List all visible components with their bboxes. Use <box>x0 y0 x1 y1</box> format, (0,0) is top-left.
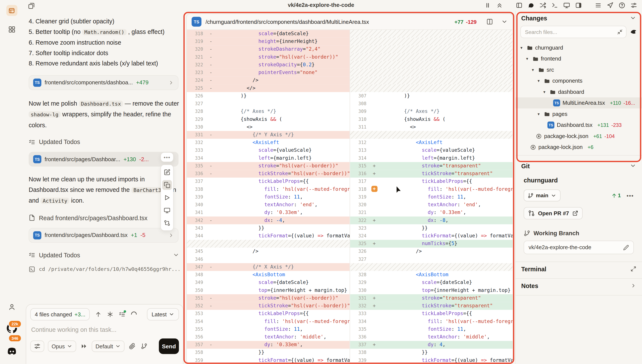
chevron-right-icon[interactable] <box>630 283 636 289</box>
terminal-icon[interactable] <box>552 2 558 9</box>
tree-folder-components[interactable]: ▾components <box>515 75 642 86</box>
monitor-icon[interactable] <box>162 206 172 215</box>
read-file-row[interactable]: Read frontend/src/pages/Dashboard.tsx <box>29 214 179 221</box>
add-comment-button[interactable]: + <box>371 186 377 192</box>
monitor-icon[interactable] <box>563 2 570 9</box>
search-box[interactable] <box>520 26 626 38</box>
latest-select[interactable]: Latest <box>147 308 179 320</box>
git-branch-button[interactable] <box>140 343 148 350</box>
file-chip-components-dashboard[interactable]: TS frontend/src/components/dashboa... +4… <box>29 75 178 90</box>
diff-row: 309 {/* Axes */} <box>350 108 513 116</box>
tree-file-Dashboard.tsx[interactable]: TSDashboard.tsx+131-233 <box>515 120 642 130</box>
todos-status-icon[interactable] <box>119 311 126 318</box>
diff-marker <box>368 209 380 216</box>
line-number: 330 <box>350 286 368 294</box>
changes-section-header[interactable]: Changes <box>515 11 642 25</box>
tree-folder-dashboard[interactable]: ▾dashboard <box>515 86 642 97</box>
workspace-icon[interactable] <box>6 5 17 16</box>
diff-row: 330 <> <box>187 123 350 131</box>
tree-folder-frontend[interactable]: ▾frontend <box>515 53 642 64</box>
more-options-button[interactable]: ••• <box>161 152 174 162</box>
diff-row: 358 }} <box>187 349 350 356</box>
chevron-down-icon[interactable] <box>501 18 508 25</box>
chevron-down-icon[interactable] <box>630 162 636 169</box>
grid-icon[interactable] <box>8 26 15 33</box>
chat-input[interactable] <box>30 326 175 334</box>
file-chip-pages-dashboard[interactable]: TS frontend/src/pages/Dashboar... +130 -… <box>29 152 178 166</box>
notes-section-header[interactable]: Notes <box>515 279 642 293</box>
diff-marker: - <box>205 162 217 170</box>
diff-marker: + <box>368 216 380 224</box>
collapse-up-icon[interactable] <box>496 2 503 9</box>
mascot-icon[interactable] <box>630 28 637 36</box>
chevron-down-icon[interactable] <box>630 15 636 22</box>
send-button[interactable]: Send <box>159 338 179 354</box>
diff-marker <box>205 286 217 294</box>
settings-icon[interactable] <box>630 2 637 9</box>
code-line: fill: 'hsl(var(--muted-foreground))', <box>217 186 350 193</box>
line-number: 308 <box>350 100 368 108</box>
diff-row: 317 tickLabelProps={{ <box>350 178 513 186</box>
chevron-down-icon[interactable] <box>173 252 180 258</box>
terminal-command-row[interactable]: cd /private/var/folders/10/h7w0q46556ggr… <box>29 266 179 272</box>
added-stat: +110 <box>610 100 621 106</box>
help-icon[interactable] <box>618 2 625 9</box>
tree-file-package-lock.json[interactable]: package-lock.json+61-104 <box>515 130 642 142</box>
preset-select[interactable]: Default <box>92 340 125 352</box>
code-line: }} <box>217 349 350 356</box>
edit-icon[interactable] <box>162 168 172 177</box>
model-select[interactable]: Opus <box>48 340 76 352</box>
fast-forward-button[interactable] <box>80 340 88 352</box>
tree-file-MultiLineArea.tsx[interactable]: TSMultiLineArea.tsx+110-16... <box>515 98 642 108</box>
tree-item-label: components <box>552 78 582 84</box>
diff-row: 336 textAnchor: 'middle', <box>350 333 513 341</box>
tune-button[interactable] <box>30 340 44 352</box>
tree-folder-pages[interactable]: ▾pages <box>515 108 642 119</box>
working-branch-field[interactable]: vk/4e2a-explore-the-code <box>524 240 634 254</box>
user-icon[interactable] <box>8 303 15 310</box>
pencil-icon[interactable] <box>623 244 629 250</box>
diff-marker: - <box>205 341 217 348</box>
tree-file-package-lock.json[interactable]: package-lock.json+6 <box>515 142 642 152</box>
play-icon[interactable] <box>162 193 172 202</box>
search-input[interactable] <box>524 28 614 36</box>
arrow-up-icon[interactable] <box>95 311 102 318</box>
panel-right-icon[interactable] <box>575 2 582 9</box>
git-compare-icon[interactable] <box>162 218 172 228</box>
pointer-icon[interactable] <box>607 2 613 9</box>
attach-button[interactable] <box>128 343 136 350</box>
chat-bubble-icon[interactable] <box>528 2 534 9</box>
code-line: numTicks={5} <box>380 240 513 248</box>
expand-icon[interactable] <box>630 266 636 272</box>
file-chip-pages-dashboard-2[interactable]: TS frontend/src/pages/Dashboard.tsx +1 -… <box>29 228 178 242</box>
pause-icon[interactable] <box>484 2 491 9</box>
split-view-icon[interactable] <box>486 18 493 25</box>
diff-row: 315+ stroke="transparent" <box>350 162 513 170</box>
git-more-button[interactable]: ••• <box>626 192 634 199</box>
open-pr-button[interactable]: Open PR #7 <box>524 207 582 219</box>
copy-icon[interactable] <box>162 180 172 190</box>
shuffle-icon[interactable] <box>539 2 546 9</box>
menu-icon[interactable] <box>595 2 602 9</box>
left-rail: 22k 346 <box>0 0 24 364</box>
spark-icon[interactable] <box>107 311 114 318</box>
panel-left-icon[interactable] <box>516 2 523 9</box>
added-stat: +61 <box>593 133 602 139</box>
tree-folder-churnguard[interactable]: ▾churnguard <box>515 42 642 53</box>
diff-row: 359 tickFormat={(value) => formatValue(v… <box>187 356 350 364</box>
diff-marker <box>368 108 380 116</box>
line-number: 322 <box>187 61 205 69</box>
branch-select[interactable]: main <box>524 190 561 201</box>
files-changed-pill[interactable]: 4 files changed +3... <box>30 308 90 320</box>
updated-todos-row-2[interactable]: Updated Todos <box>29 252 179 258</box>
updated-todos-row[interactable]: Updated Todos <box>29 138 179 145</box>
discord-icon[interactable] <box>6 346 17 357</box>
tree-folder-src[interactable]: ▾src <box>515 64 642 75</box>
diff-marker: - <box>205 38 217 45</box>
line-number: 337 <box>350 341 368 348</box>
collapse-tree-icon[interactable] <box>617 29 623 35</box>
commits-ahead[interactable]: 1 <box>611 192 621 198</box>
diff-marker <box>205 349 217 356</box>
terminal-section-header[interactable]: Terminal <box>515 262 642 276</box>
git-section-header[interactable]: Git <box>515 159 642 173</box>
